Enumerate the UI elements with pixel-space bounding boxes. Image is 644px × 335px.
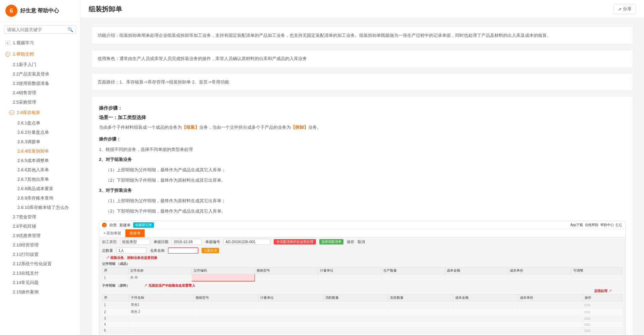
mock-th-spec: 规格型号 (255, 267, 318, 274)
mock-th-parent: 父件名称 (128, 267, 192, 274)
scene-desc: 当由多个子件材料组装成一个成品的业务为【组装】业务，当由一个父件拆分成多个子产品… (99, 123, 626, 132)
mock-titlebar: 6 自营 新建单 创建新记录 App下载 在线帮助 帮助中心 C.C. (99, 221, 625, 229)
mock-confirm-btn[interactable]: 立案处理 (202, 248, 219, 253)
sidebar-item-data-prep[interactable]: 2.3使用前数据准备 (0, 79, 80, 88)
b-spec-2 (194, 309, 259, 316)
ops-heading: 操作步骤： (99, 105, 626, 111)
step3-1: （1）上部明细为父件明细，最终作为原材料生成其它出库单； (99, 197, 626, 205)
main-content: 组装拆卸单 ↗ 分享 功能介绍：组装拆卸单用来处理企业组装或拆卸等加工业务，支持… (80, 0, 644, 335)
mock-tabs-area: 新建单 (119, 223, 130, 228)
mock-no-input[interactable] (223, 239, 270, 245)
mock-top-table: 序 父件名称 父件编码 规格型号 计量单位 生产数量 成本金额 成本单价 可调整 (102, 267, 623, 281)
sidebar-item-system[interactable]: 2.12系统个性化设置 (0, 259, 80, 269)
sidebar-item-purchase[interactable]: 2.5采购管理 (0, 98, 80, 107)
sidebar-item-finance[interactable]: 2.7资金管理 (0, 212, 80, 222)
sidebar-item-faq[interactable]: 2.14常见问题 (0, 278, 80, 287)
search-icon[interactable]: 🔍 (67, 27, 73, 32)
mock-label-qty: 总数量 (102, 248, 113, 253)
annotation-post-text: 启用处理 ↗ (594, 289, 612, 293)
b-empty-4 (129, 322, 583, 328)
intro-text: 功能介绍：组装拆卸单用来处理企业组装或拆卸等加工业务，支持有固定装配清单的产品加… (98, 33, 551, 38)
b-op-2: □ □ (583, 309, 623, 316)
logo-area: 6 好生意 帮助中心 (0, 0, 80, 22)
sidebar-item-check[interactable]: 2.6.1盘点单 (0, 118, 80, 128)
sidebar-item-newcomer[interactable]: 2.1新手入门 (0, 60, 80, 69)
expand-icon-video: + (5, 41, 10, 45)
b-cons-1 (323, 301, 388, 309)
sidebar-item-cost-adjust[interactable]: 2.6.5成本调整单 (0, 156, 80, 165)
mock-type-input[interactable] (120, 239, 150, 245)
table-row: 5 □ □ (102, 328, 623, 334)
sidebar-item-wrong-account[interactable]: 2.6.10库存账本错了怎么办 (0, 203, 80, 212)
b-empty-3 (129, 316, 583, 322)
sidebar-item-coupon[interactable]: 2.9优惠券管理 (0, 231, 80, 240)
b-unit-2 (259, 309, 323, 316)
mock-tab-add[interactable]: + 添加单据 (99, 229, 125, 237)
mock-sub-table-label: 子件明细 （原料） (102, 283, 130, 288)
sidebar-item-online-pay[interactable]: 2.13在线支付 (0, 269, 80, 278)
b-seq-1: 1 (102, 301, 129, 309)
mock-tab-active[interactable]: 新建单 (125, 229, 145, 237)
sidebar-item-video[interactable]: + 1.视频学习 (0, 37, 80, 49)
b-op-6: □ □ (583, 334, 623, 335)
mock-qty-input[interactable] (116, 247, 147, 254)
sidebar-item-sales[interactable]: 2.4销售管理 (0, 88, 80, 98)
b-seq-4: 4 (102, 322, 129, 328)
mock-logo: 6 (102, 223, 107, 227)
mock-select-bom[interactable]: 选择装配清单 (319, 239, 343, 244)
sidebar-item-other-in[interactable]: 2.6.6其他入库单 (0, 165, 80, 175)
step3-2: （2）下部明细为子件明细，最终作为产成品生成其它入库单。 (99, 207, 626, 216)
sidebar-item-ops[interactable]: 2.10经营管理 (0, 240, 80, 250)
b-op-1: □ □ (583, 301, 623, 309)
mock-warehouse-input[interactable] (168, 247, 198, 254)
sidebar-item-inv-check[interactable]: 2.6.9库存账本查询 (0, 193, 80, 203)
sidebar-item-other-out[interactable]: 2.6.7其他出库单 (0, 175, 80, 184)
mock-screen: 6 自营 新建单 创建新记录 App下载 在线帮助 帮助中心 C.C. (99, 221, 625, 335)
sidebar-item-inventory[interactable]: − 2.6库存核算 (0, 107, 80, 118)
mock-date-input[interactable] (172, 239, 202, 245)
sidebar-item-mobile[interactable]: 2.8手机旺辅 (0, 222, 80, 231)
b-op-3: □ □ (583, 316, 623, 322)
step2-1: （1）上部明细为父件明细，最终作为产成品生成其它入库单； (99, 166, 626, 174)
sidebar-item-adjust[interactable]: 2.6.3调拨单 (0, 137, 80, 147)
mock-title: 自营 (109, 223, 117, 228)
b-cons-2 (323, 309, 388, 316)
sidebar-item-goods-cost[interactable]: 2.6.8商品成本重算 (0, 184, 80, 193)
top-cost (445, 274, 508, 281)
logo-icon: 6 (5, 5, 17, 17)
mock-label-no: 单据编号 (205, 239, 220, 244)
role-block: 使用角色：通常由生产人员或库管人员完成拆装业务的操作，库管人员确认原材料的出库和… (91, 50, 633, 67)
step3: 3、对于拆装业务 (99, 186, 626, 195)
mock-top-right: App下载 在线帮助 帮助中心 C.C. (570, 223, 623, 227)
mock-bth-code: 规格型号 (194, 294, 259, 301)
sidebar-item-partial-check[interactable]: 2.6.2分量盘点单 (0, 128, 80, 137)
search-box[interactable]: 🔍 (4, 25, 76, 34)
mock-user: C.C. (616, 223, 623, 227)
b-empty-5 (129, 328, 583, 334)
mock-annotation-post: 启用处理 ↗ (99, 289, 625, 294)
share-button[interactable]: ↗ 分享 (613, 4, 636, 14)
mock-tab-bar: + 添加单据 新建单 (99, 229, 625, 237)
sidebar-item-assemble[interactable]: 2.6.4组装拆卸单 (0, 147, 80, 156)
mock-new-btn: 创建新记录 (133, 222, 154, 228)
mock-th-prod-qty: 生产数量 (381, 267, 445, 274)
mock-bth-seq: 序 (102, 294, 129, 301)
mock-th-parent-code: 父件编码 (192, 267, 255, 274)
mock-save: 保存 (347, 239, 354, 244)
search-input[interactable] (7, 27, 67, 32)
top-seq: 1 (102, 274, 128, 281)
path-block: 页面路径：1、库存核算->库存管理->组装拆卸单 2、首页->常用功能 (91, 73, 633, 91)
mock-bottom-table-wrap: 序 子件名称 规格型号 计量单位 消耗数量 实耗数量 成本金额 成本单价 操作 (99, 294, 625, 335)
top-adj (572, 274, 623, 281)
sidebar-item-install[interactable]: 2.2产品安装及登录 (0, 69, 80, 79)
mock-form-row-2: 总数量 仓库名称 立案处理 (99, 246, 625, 255)
sidebar-item-docs[interactable]: − 2.帮助文档 (0, 49, 80, 60)
sidebar-item-print[interactable]: 2.11打印设置 (0, 250, 80, 259)
sidebar-item-cases[interactable]: 2.15操作案例 (0, 287, 80, 297)
b-empty-6 (129, 334, 583, 335)
step2: 2、对于组装业务 (99, 156, 626, 164)
sidebar-item-label-inventory: 2.6库存核算 (17, 110, 40, 116)
ops-sub-heading: 操作步骤： (99, 135, 626, 144)
b-unit-cost-1 (518, 301, 583, 309)
b-cost-2 (453, 309, 518, 316)
